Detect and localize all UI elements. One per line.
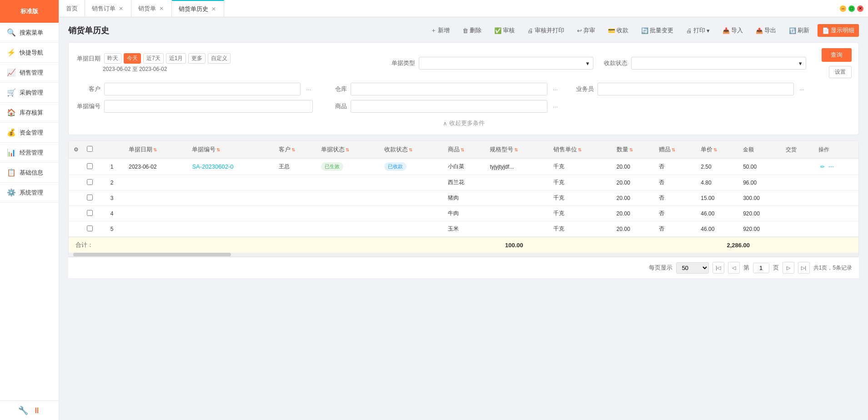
doc-date-header[interactable]: 单据日期⇅	[125, 141, 188, 159]
tab-sales-delivery[interactable]: 销货单 ✕	[131, 0, 172, 17]
select-all-checkbox[interactable]	[87, 146, 93, 152]
date-btn-custom[interactable]: 自定义	[208, 53, 231, 64]
row-checkbox-cell[interactable]	[83, 221, 107, 237]
query-button[interactable]: 查询	[822, 48, 852, 62]
tab-sales-delivery-close[interactable]: ✕	[158, 5, 165, 13]
warehouse-input[interactable]	[351, 83, 547, 95]
quantity-header[interactable]: 数量⇅	[613, 141, 655, 159]
show-detail-button[interactable]: 📄 显示明细	[818, 24, 859, 37]
row-doc-no-cell[interactable]	[188, 221, 275, 237]
sidebar-item-sales[interactable]: 📈 销售管理	[0, 63, 59, 83]
row-doc-no-cell[interactable]	[188, 190, 275, 206]
receipt-button[interactable]: 💳 收款	[603, 24, 633, 37]
first-page-button[interactable]: |◁	[712, 262, 724, 274]
checkbox-header[interactable]	[83, 141, 107, 159]
row-checkbox[interactable]	[87, 195, 93, 200]
sidebar-item-basic[interactable]: 📋 基础信息	[0, 163, 59, 183]
tab-sales-history-close[interactable]: ✕	[211, 5, 217, 13]
customer-ellipsis[interactable]: ···	[304, 84, 313, 95]
salesperson-input[interactable]	[597, 83, 794, 95]
horizontal-scrollbar[interactable]	[69, 253, 858, 256]
doc-status-header[interactable]: 单据状态⇅	[317, 141, 381, 159]
customer-header[interactable]: 客户⇅	[275, 141, 317, 159]
row-checkbox[interactable]	[87, 210, 93, 216]
filter-settings-button[interactable]: 设置	[829, 66, 852, 78]
window-close-button[interactable]: ✕	[857, 5, 863, 12]
goods-ellipsis[interactable]: ···	[551, 101, 560, 112]
trade-header: 交货	[782, 141, 814, 159]
batch-change-button[interactable]: 🔄 批量变更	[637, 24, 678, 37]
sidebar-item-finance[interactable]: 💰 资金管理	[0, 123, 59, 143]
date-btn-1month[interactable]: 近1月	[166, 53, 186, 64]
payment-status-header[interactable]: 收款状态⇅	[381, 141, 444, 159]
new-button[interactable]: ＋ 新增	[426, 24, 454, 37]
sidebar-item-quicknav[interactable]: ⚡ 快捷导航	[0, 43, 59, 63]
goods-input[interactable]	[351, 100, 547, 113]
export-button[interactable]: 📤 导出	[751, 24, 781, 37]
tab-sales-order[interactable]: 销售订单 ✕	[85, 0, 131, 17]
date-btn-today[interactable]: 今天	[124, 53, 141, 64]
delete-button[interactable]: 🗑 删除	[458, 24, 486, 37]
sidebar-item-operation[interactable]: 📊 经营管理	[0, 143, 59, 163]
row-checkbox-cell[interactable]	[83, 206, 107, 221]
sidebar-item-purchase[interactable]: 🛒 采购管理	[0, 83, 59, 103]
more-action[interactable]: ⋯	[827, 163, 836, 171]
tab-sales-order-close[interactable]: ✕	[118, 5, 124, 13]
print-button[interactable]: 🖨 打印 ▾	[682, 24, 714, 37]
footer-total-quantity: 100.00	[505, 242, 523, 249]
gift-header[interactable]: 赠品⇅	[655, 141, 697, 159]
abandon-button[interactable]: ↩ 弃审	[572, 24, 600, 37]
audit-print-button[interactable]: 🖨 审核并打印	[523, 24, 569, 37]
warehouse-ellipsis[interactable]: ···	[551, 84, 560, 95]
sales-unit-header[interactable]: 销售单位⇅	[550, 141, 613, 159]
maximize-button[interactable]: □	[848, 5, 855, 12]
filter-right-actions: 查询 设置	[815, 48, 852, 78]
scrollbar-thumb[interactable]	[73, 253, 231, 256]
tab-sales-history[interactable]: 销货单历史 ✕	[172, 0, 224, 17]
payment-status-select[interactable]: ▾	[631, 57, 806, 70]
row-settings-cell	[69, 221, 83, 237]
tab-sales-history-label: 销货单历史	[179, 5, 208, 13]
next-page-button[interactable]: ▷	[783, 262, 794, 274]
row-doc-no-cell[interactable]	[188, 206, 275, 221]
minimize-button[interactable]: –	[840, 5, 846, 12]
customer-input[interactable]	[104, 83, 301, 95]
row-checkbox-cell[interactable]	[83, 175, 107, 190]
row-checkbox[interactable]	[87, 163, 93, 169]
date-btn-7days[interactable]: 近7天	[143, 53, 164, 64]
import-button[interactable]: 📥 导入	[718, 24, 748, 37]
page-size-select[interactable]: 50 20 100 200	[676, 262, 709, 274]
row-checkbox[interactable]	[87, 225, 93, 231]
tab-home[interactable]: 首页	[59, 0, 85, 17]
row-doc-date-cell	[125, 221, 188, 237]
edit-action[interactable]: ✏	[818, 163, 827, 171]
collapse-button[interactable]: ∧ 收起更多条件	[75, 117, 852, 129]
row-checkbox-cell[interactable]	[83, 190, 107, 206]
last-page-button[interactable]: ▷|	[798, 262, 810, 274]
goods-header[interactable]: 商品⇅	[444, 141, 487, 159]
table-settings-header[interactable]: ⚙	[69, 141, 83, 159]
prev-page-button[interactable]: ◁	[728, 262, 740, 274]
page-number-input[interactable]	[753, 263, 769, 273]
spec-type-header[interactable]: 规格型号⇅	[486, 141, 549, 159]
date-btn-more[interactable]: 更多	[188, 53, 206, 64]
doc-no-header[interactable]: 单据编号⇅	[188, 141, 275, 159]
doc-no-input[interactable]	[104, 100, 313, 113]
doc-status-sort-icon: ⇅	[346, 147, 349, 152]
row-checkbox[interactable]	[87, 179, 93, 185]
sidebar-item-system[interactable]: ⚙️ 系统管理	[0, 183, 59, 203]
refresh-button[interactable]: 🔃 刷新	[784, 24, 814, 37]
doc-type-select[interactable]: ▾	[419, 57, 594, 70]
date-btn-yesterday[interactable]: 昨天	[104, 53, 121, 64]
row-doc-no-cell[interactable]	[188, 175, 275, 190]
row-doc-no-cell[interactable]: SA-20230602-0	[188, 159, 275, 175]
sidebar-item-inventory[interactable]: 🏠 库存核算	[0, 103, 59, 123]
unit-price-header[interactable]: 单价⇅	[697, 141, 739, 159]
row-checkbox-cell[interactable]	[83, 159, 107, 175]
sidebar-item-search[interactable]: 🔍 搜索菜单	[0, 23, 59, 43]
gift-sort-icon: ⇅	[672, 147, 675, 152]
audit-button[interactable]: ✅ 审核	[490, 24, 519, 37]
settings-bottom-icon[interactable]: 🔧	[18, 405, 28, 415]
salesperson-ellipsis[interactable]: ···	[798, 84, 806, 95]
collapse-sidebar-icon[interactable]: ⏸	[33, 406, 41, 415]
